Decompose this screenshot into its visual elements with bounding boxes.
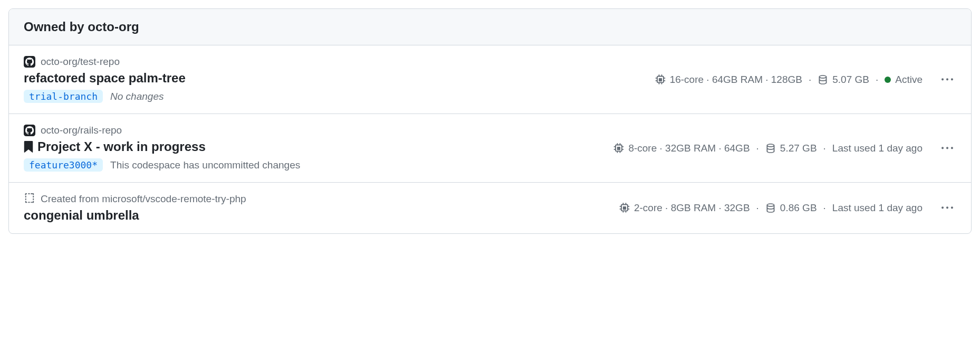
separator-dot: · <box>876 74 878 86</box>
separator-dot: · <box>756 202 759 214</box>
github-mark-icon <box>24 125 35 136</box>
repo-name[interactable]: octo-org/rails-repo <box>41 125 122 136</box>
separator-dot: · <box>756 143 759 154</box>
kebab-menu-button[interactable] <box>938 198 956 218</box>
branch-line: feature3000* This codespace has uncommit… <box>24 158 300 172</box>
storage-used: 5.27 GB <box>765 143 817 154</box>
status: Last used 1 day ago <box>832 143 923 154</box>
kebab-menu-button[interactable] <box>938 70 956 90</box>
codespace-meta: 2-core · 8GB RAM · 32GB · 0.86 GB · Last… <box>619 198 956 218</box>
cpu-icon <box>619 203 630 213</box>
kebab-menu-button[interactable] <box>938 138 956 158</box>
status-label: Active <box>895 74 923 86</box>
kebab-icon <box>941 74 953 86</box>
repo-line: octo-org/rails-repo <box>24 125 300 136</box>
separator-dot: · <box>823 202 826 214</box>
modified-asterisk: * <box>92 159 98 171</box>
status-label: Last used 1 day ago <box>832 143 923 154</box>
storage-used: 5.07 GB <box>818 74 869 86</box>
database-icon <box>765 203 776 213</box>
codespace-name[interactable]: Project X - work in progress <box>37 139 206 154</box>
github-mark-icon <box>24 56 35 68</box>
storage-used: 0.86 GB <box>765 202 817 214</box>
status-label: Last used 1 day ago <box>832 202 923 214</box>
database-icon <box>765 143 776 154</box>
branch-status: No changes <box>110 91 164 102</box>
codespace-name[interactable]: refactored space palm-tree <box>24 71 186 86</box>
status: Last used 1 day ago <box>832 202 923 214</box>
branch-status: This codespace has uncommitted changes <box>110 159 300 171</box>
repo-name[interactable]: Created from microsoft/vscode-remote-try… <box>41 193 246 205</box>
codespace-item: octo-org/test-repo refactored space palm… <box>9 45 971 114</box>
codespaces-panel: Owned by octo-org octo-org/test-repo ref… <box>8 8 972 234</box>
codespace-info: octo-org/rails-repo Project X - work in … <box>24 125 300 172</box>
machine-spec: 2-core · 8GB RAM · 32GB <box>619 202 750 214</box>
panel-header: Owned by octo-org <box>9 9 971 45</box>
codespace-name-line: refactored space palm-tree <box>24 71 186 86</box>
codespace-meta: 16-core · 64GB RAM · 128GB · 5.07 GB · A… <box>655 70 956 90</box>
cpu-icon <box>655 74 666 85</box>
separator-dot: · <box>823 143 826 154</box>
codespace-item: Created from microsoft/vscode-remote-try… <box>9 183 971 233</box>
cpu-icon <box>613 143 624 154</box>
status: Active <box>885 74 923 86</box>
kebab-icon <box>941 202 953 214</box>
kebab-icon <box>941 143 953 154</box>
codespace-name-line: Project X - work in progress <box>24 139 300 154</box>
separator-dot: · <box>809 74 811 86</box>
database-icon <box>818 74 828 85</box>
branch-line: trial-branch No changes <box>24 90 186 103</box>
codespace-meta: 8-core · 32GB RAM · 64GB · 5.27 GB · Las… <box>613 138 956 158</box>
machine-spec: 8-core · 32GB RAM · 64GB <box>613 143 750 154</box>
codespace-info: Created from microsoft/vscode-remote-try… <box>24 193 246 223</box>
repo-line: Created from microsoft/vscode-remote-try… <box>24 193 246 205</box>
repo-name[interactable]: octo-org/test-repo <box>41 56 120 68</box>
codespace-info: octo-org/test-repo refactored space palm… <box>24 56 186 103</box>
codespace-name-line: congenial umbrella <box>24 208 246 223</box>
branch-chip[interactable]: trial-branch <box>24 90 103 103</box>
machine-spec: 16-core · 64GB RAM · 128GB <box>655 74 802 86</box>
status-active-dot-icon <box>885 77 891 83</box>
panel-title: Owned by octo-org <box>24 20 956 34</box>
codespace-name[interactable]: congenial umbrella <box>24 208 139 223</box>
codespace-item: octo-org/rails-repo Project X - work in … <box>9 114 971 183</box>
branch-chip[interactable]: feature3000* <box>24 158 103 172</box>
repo-line: octo-org/test-repo <box>24 56 186 68</box>
template-repo-icon <box>24 193 35 205</box>
bookmark-icon <box>24 141 33 153</box>
